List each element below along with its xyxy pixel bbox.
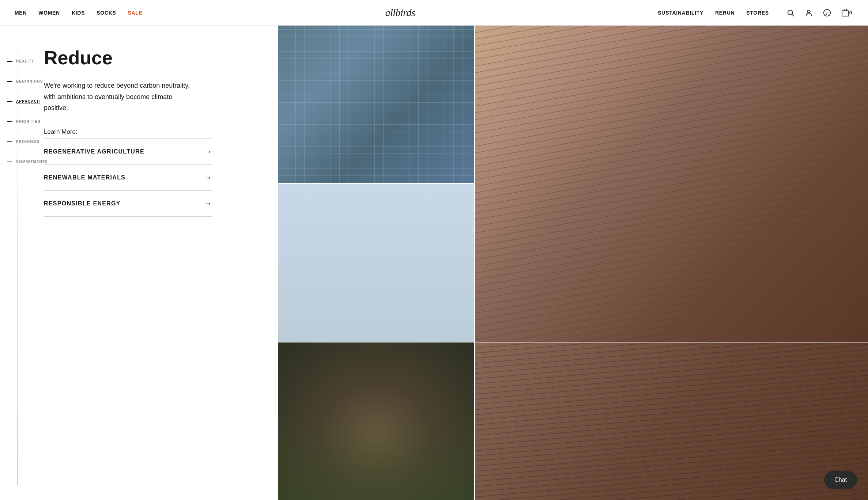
sidebar: REALITY BEGINNINGS APPROACH PRIORITIES P… xyxy=(0,26,29,500)
image-hands-soil xyxy=(278,342,474,500)
nav-men[interactable]: MEN xyxy=(15,10,27,16)
link-text-responsible-energy: RESPONSIBLE ENERGY xyxy=(44,200,121,207)
account-button[interactable] xyxy=(803,7,814,18)
sidebar-item-approach[interactable]: APPROACH xyxy=(0,91,29,111)
svg-line-1 xyxy=(792,14,794,16)
nav-stores[interactable]: STORES xyxy=(746,10,769,16)
sidebar-dash-beginnings xyxy=(7,81,12,82)
svg-text:?: ? xyxy=(826,10,827,15)
link-renewable-materials[interactable]: RENEWABLE MATERIALS → xyxy=(44,165,212,191)
nav-left: MEN WOMEN KIDS SOCKS SALE xyxy=(15,10,143,16)
nav-right: SUSTAINABILITY RERUN STORES ? xyxy=(658,7,853,18)
cart-button[interactable]: 0 xyxy=(840,7,853,18)
nav-socks[interactable]: SOCKS xyxy=(97,10,116,16)
link-responsible-energy[interactable]: RESPONSIBLE ENERGY → xyxy=(44,191,212,217)
image-pale-mid xyxy=(278,184,474,341)
logo[interactable]: allbirds xyxy=(385,7,415,19)
sidebar-item-progress[interactable]: PROGRESS xyxy=(0,132,29,152)
link-text-regenerative-agriculture: REGENERATIVE AGRICULTURE xyxy=(44,148,144,155)
sidebar-label-priorities: PRIORITIES xyxy=(16,120,41,124)
nav-right-items: SUSTAINABILITY RERUN STORES xyxy=(658,10,769,16)
nav-sustainability[interactable]: SUSTAINABILITY xyxy=(658,10,703,16)
sidebar-label-commitments: COMMITMENTS xyxy=(16,160,48,164)
chat-button[interactable]: Chat xyxy=(824,471,857,489)
header: MEN WOMEN KIDS SOCKS SALE allbirds SUSTA… xyxy=(0,0,868,26)
nav-sale[interactable]: SALE xyxy=(128,10,142,16)
nav-kids[interactable]: KIDS xyxy=(72,10,85,16)
sidebar-item-beginnings[interactable]: BEGINNINGS xyxy=(0,71,29,91)
sidebar-item-reality[interactable]: REALITY xyxy=(0,51,29,71)
main-content: REALITY BEGINNINGS APPROACH PRIORITIES P… xyxy=(0,26,868,500)
sidebar-item-commitments[interactable]: COMMITMENTS xyxy=(0,152,29,172)
sidebar-dash-priorities xyxy=(7,121,12,122)
links-list: REGENERATIVE AGRICULTURE → RENEWABLE MAT… xyxy=(44,139,212,217)
cart-count: 0 xyxy=(849,10,852,15)
svg-point-2 xyxy=(807,10,810,12)
sidebar-label-beginnings: BEGINNINGS xyxy=(16,79,43,83)
sidebar-dash-progress xyxy=(7,141,12,142)
sidebar-item-priorities[interactable]: PRIORITIES xyxy=(0,111,29,132)
learn-more-label: Learn More: xyxy=(44,128,249,136)
link-text-renewable-materials: RENEWABLE MATERIALS xyxy=(44,174,125,181)
search-button[interactable] xyxy=(785,7,796,18)
sidebar-items: REALITY BEGINNINGS APPROACH PRIORITIES P… xyxy=(0,48,29,172)
right-panel xyxy=(278,26,868,500)
sidebar-label-approach: APPROACH xyxy=(16,99,40,103)
cart-icon xyxy=(841,9,849,17)
nav-rerun[interactable]: RERUN xyxy=(715,10,735,16)
nav-icons: ? 0 xyxy=(785,7,853,18)
help-icon: ? xyxy=(823,9,831,17)
page-title: Reduce xyxy=(44,48,249,68)
chat-label: Chat xyxy=(834,477,847,483)
sidebar-dash-reality xyxy=(7,61,12,62)
section-description: We're working to reduce beyond carbon ne… xyxy=(44,80,197,114)
arrow-icon-responsible-energy: → xyxy=(204,199,212,208)
sidebar-dash-commitments xyxy=(7,162,12,162)
account-icon xyxy=(805,9,813,17)
arrow-icon-renewable-materials: → xyxy=(204,173,212,182)
help-button[interactable]: ? xyxy=(822,7,833,18)
image-wood-dark-bottom xyxy=(475,342,868,500)
sidebar-dash-approach xyxy=(7,101,12,102)
sidebar-label-progress: PROGRESS xyxy=(16,140,40,144)
nav-women[interactable]: WOMEN xyxy=(38,10,60,16)
arrow-icon-regenerative-agriculture: → xyxy=(204,147,212,156)
sidebar-label-reality: REALITY xyxy=(16,59,34,63)
left-panel: Reduce We're working to reduce beyond ca… xyxy=(29,26,278,500)
image-wood-bark xyxy=(475,26,868,342)
search-icon xyxy=(786,9,795,17)
image-solar-panels xyxy=(278,26,474,183)
svg-rect-5 xyxy=(842,11,849,16)
link-regenerative-agriculture[interactable]: REGENERATIVE AGRICULTURE → xyxy=(44,139,212,165)
